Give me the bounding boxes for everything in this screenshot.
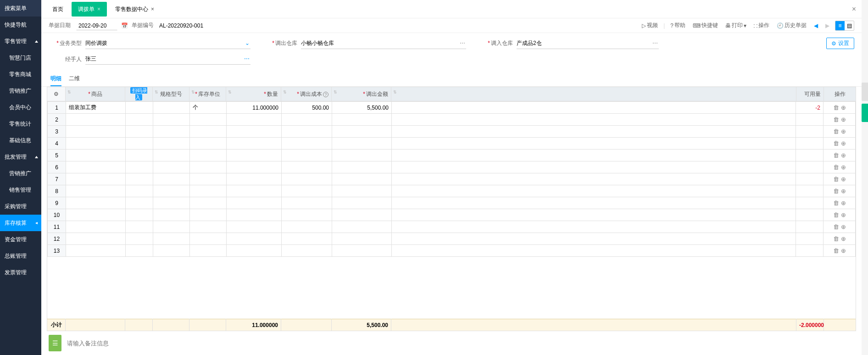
sidebar-group-invoice[interactable]: 发票管理 (0, 264, 41, 281)
add-icon[interactable]: ⊕ (841, 223, 846, 230)
add-icon[interactable]: ⊕ (841, 140, 846, 147)
table-row[interactable]: 7🗑⊕ (48, 173, 856, 185)
add-icon[interactable]: ⊕ (841, 128, 846, 135)
in-store-input[interactable] (517, 38, 659, 49)
view-list-icon[interactable]: ≡ (835, 21, 845, 30)
delete-icon[interactable]: 🗑 (833, 152, 839, 159)
sidebar-item-ws-sales[interactable]: 销售管理 (0, 182, 41, 198)
sidebar-item-ws-marketing[interactable]: 营销推广 (0, 165, 41, 182)
add-icon[interactable]: ⊕ (841, 152, 846, 159)
sidebar-item-smart-store[interactable]: 智慧门店 (0, 50, 41, 66)
view-split-icon[interactable]: ▤ (845, 21, 854, 30)
close-icon[interactable]: × (97, 2, 100, 17)
sidebar-group-inventory[interactable]: 库存核算◂ (0, 215, 41, 231)
handler-input[interactable] (85, 54, 250, 64)
sidebar-group-purchase[interactable]: 采购管理 (0, 198, 41, 215)
scan-button[interactable]: 扫码录入 (130, 87, 147, 100)
memo-input[interactable] (67, 340, 854, 347)
hotkey-link[interactable]: ⌨ 快捷键 (691, 22, 720, 29)
history-link[interactable]: 🕘 历史单据 (775, 22, 808, 29)
add-icon[interactable]: ⊕ (841, 235, 846, 242)
col-unit[interactable]: ⇅*库存单位 (189, 87, 226, 101)
sidebar-quicknav[interactable]: 快捷导航 (0, 17, 41, 33)
delete-icon[interactable]: 🗑 (833, 176, 839, 183)
chevron-down-icon[interactable]: ⌄ (245, 40, 250, 46)
add-icon[interactable]: ⊕ (841, 247, 846, 254)
sidebar-item-basic-info[interactable]: 基础信息 (0, 132, 41, 149)
out-store-input[interactable] (301, 38, 466, 49)
col-spec[interactable]: ⇅规格型号 (153, 87, 189, 101)
sidebar-item-marketing[interactable]: 营销推广 (0, 83, 41, 99)
table-row[interactable]: 12🗑⊕ (48, 233, 856, 245)
table-row[interactable]: 1组装加工费个11.000000500.005,500.00-2🗑⊕ (48, 102, 856, 114)
sidebar-group-retail[interactable]: 零售管理▴ (0, 33, 41, 50)
delete-icon[interactable]: 🗑 (833, 188, 839, 194)
sidebar-item-retail-mall[interactable]: 零售商城 (0, 66, 41, 83)
delete-icon[interactable]: 🗑 (833, 235, 839, 242)
calendar-icon[interactable]: 📅 (121, 22, 128, 29)
sidebar-search[interactable]: 搜索菜单 (0, 0, 41, 17)
delete-icon[interactable]: 🗑 (833, 247, 839, 254)
tab-home[interactable]: 首页 (46, 2, 70, 17)
delete-icon[interactable]: 🗑 (833, 104, 839, 111)
col-avail[interactable]: 可用量 (796, 87, 824, 101)
sidebar-group-ledger[interactable]: 总账管理 (0, 248, 41, 264)
add-icon[interactable]: ⊕ (841, 211, 846, 218)
add-icon[interactable]: ⊕ (841, 176, 846, 183)
delete-icon[interactable]: 🗑 (833, 164, 839, 171)
rail-button-2[interactable] (862, 104, 868, 122)
table-row[interactable]: 11🗑⊕ (48, 221, 856, 233)
print-link[interactable]: 🖶 打印 ▾ (723, 22, 748, 29)
more-icon[interactable]: ⋯ (652, 40, 658, 46)
nav-next[interactable]: ▶ (823, 22, 831, 29)
ops-link[interactable]: ⸬ 操作 (752, 22, 771, 29)
col-amt[interactable]: ⇅*调出金额 (332, 87, 391, 101)
field-handler: 经手人 ⋯ (49, 54, 250, 65)
subtab-2d[interactable]: 二维 (69, 72, 80, 86)
subtab-detail[interactable]: 明细 (50, 72, 61, 86)
sidebar-group-wholesale[interactable]: 批发管理▴ (0, 149, 41, 165)
more-icon[interactable]: ⋯ (244, 55, 250, 62)
sidebar-item-retail-stats[interactable]: 零售统计 (0, 116, 41, 132)
tab-retail-data[interactable]: 零售数据中心× (109, 2, 161, 17)
video-link[interactable]: ▷ 视频 (640, 22, 660, 29)
delete-icon[interactable]: 🗑 (833, 140, 839, 147)
delete-icon[interactable]: 🗑 (833, 223, 839, 230)
delete-icon[interactable]: 🗑 (833, 116, 839, 123)
add-icon[interactable]: ⊕ (841, 116, 846, 123)
add-icon[interactable]: ⊕ (841, 188, 846, 194)
info-icon[interactable]: ? (323, 92, 328, 97)
sidebar-group-funds[interactable]: 资金管理 (0, 231, 41, 248)
col-cost[interactable]: ⇅*调出成本? (281, 87, 332, 101)
settings-button[interactable]: ⚙ 设置 (826, 38, 854, 49)
table-row[interactable]: 8🗑⊕ (48, 185, 856, 197)
delete-icon[interactable]: 🗑 (833, 200, 839, 206)
close-icon[interactable]: × (151, 2, 154, 17)
biz-type-input[interactable] (85, 38, 250, 49)
tab-transfer-active[interactable]: 调拨单× (72, 2, 107, 17)
add-icon[interactable]: ⊕ (841, 104, 846, 111)
table-row[interactable]: 9🗑⊕ (48, 197, 856, 209)
rail-button-1[interactable] (862, 83, 868, 101)
table-row[interactable]: 10🗑⊕ (48, 209, 856, 221)
table-row[interactable]: 4🗑⊕ (48, 138, 856, 150)
table-row[interactable]: 2🗑⊕ (48, 114, 856, 126)
delete-icon[interactable]: 🗑 (833, 211, 839, 218)
gear-icon[interactable]: ⚙ (54, 91, 59, 97)
table-row[interactable]: 13🗑⊕ (48, 245, 856, 257)
add-icon[interactable]: ⊕ (841, 164, 846, 171)
col-qty[interactable]: ⇅*数量 (226, 87, 281, 101)
table-row[interactable]: 5🗑⊕ (48, 150, 856, 161)
tabbar-close-all[interactable]: × (852, 5, 856, 13)
delete-icon[interactable]: 🗑 (833, 128, 839, 135)
add-icon[interactable]: ⊕ (841, 200, 846, 206)
col-product[interactable]: ⇅*商品 (66, 87, 125, 101)
nav-prev[interactable]: ◀ (812, 22, 820, 29)
more-icon[interactable]: ⋯ (460, 40, 465, 46)
table-row[interactable]: 3🗑⊕ (48, 126, 856, 138)
col-gear[interactable]: ⚙ (47, 87, 66, 101)
date-input[interactable]: 2022-09-20 (76, 21, 117, 30)
sidebar-item-member[interactable]: 会员中心 (0, 99, 41, 116)
help-link[interactable]: ? 帮助 (668, 22, 687, 29)
table-row[interactable]: 6🗑⊕ (48, 161, 856, 173)
